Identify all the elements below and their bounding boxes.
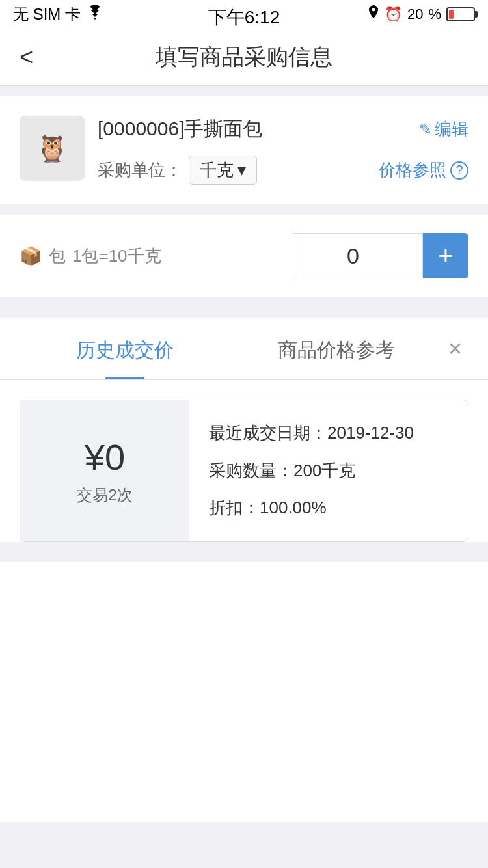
package-icon: 📦 xyxy=(20,245,42,267)
edit-icon: ✎ xyxy=(419,120,432,139)
battery-percent: 20 xyxy=(407,6,423,23)
product-name: [0000006]手撕面包 xyxy=(98,116,262,142)
product-info: [0000006]手撕面包 ✎ 编辑 采购单位： 千克 ▾ 价格参照 ? xyxy=(98,116,468,185)
product-card: 🦉 [0000006]手撕面包 ✎ 编辑 采购单位： 千克 ▾ xyxy=(0,96,488,204)
price-ref-button[interactable]: 价格参照 ? xyxy=(379,159,468,182)
purchase-qty-row: 采购数量：200千克 xyxy=(209,457,448,485)
conversion-text: 1包=10千克 xyxy=(72,245,161,267)
battery-indicator xyxy=(446,7,475,21)
history-price-card: ¥0 交易2次 最近成交日期：2019-12-30 采购数量：200千克 折扣：… xyxy=(20,400,468,542)
nav-bar: < 填写商品采购信息 xyxy=(0,29,488,86)
price-details: 最近成交日期：2019-12-30 采购数量：200千克 折扣：100.00% xyxy=(189,400,468,541)
quantity-label: 📦 包 1包=10千克 xyxy=(20,245,161,267)
status-time: 下午6:12 xyxy=(208,5,280,30)
quantity-row: 📦 包 1包=10千克 + xyxy=(0,215,488,297)
tab-history-price[interactable]: 历史成交价 xyxy=(20,318,230,379)
carrier-text: 无 SIM 卡 xyxy=(13,4,81,25)
price-summary: ¥0 交易2次 xyxy=(20,400,189,541)
yen-symbol: ¥ xyxy=(85,437,105,478)
price-value: ¥0 xyxy=(85,436,125,478)
status-left: 无 SIM 卡 xyxy=(13,4,104,25)
divider2 xyxy=(0,297,488,307)
quantity-input[interactable] xyxy=(293,233,423,278)
back-button[interactable]: < xyxy=(20,44,33,71)
alarm-icon: ⏰ xyxy=(385,6,402,23)
tabs-header: 历史成交价 商品价格参考 × xyxy=(0,318,488,380)
product-thumbnail-icon: 🦉 xyxy=(36,133,68,164)
plus-button[interactable]: + xyxy=(423,233,468,278)
wifi-icon xyxy=(86,5,104,23)
status-right: ⏰ 20 % xyxy=(368,5,475,23)
dropdown-icon: ▾ xyxy=(237,160,246,180)
status-bar: 无 SIM 卡 下午6:12 ⏰ 20 % xyxy=(0,0,488,29)
content-background xyxy=(0,562,488,822)
product-image: 🦉 xyxy=(20,116,85,181)
unit-select[interactable]: 千克 ▾ xyxy=(189,156,257,185)
transaction-count: 交易2次 xyxy=(77,485,132,506)
divider xyxy=(0,204,488,215)
close-panel-button[interactable]: × xyxy=(442,322,468,375)
tab-product-price-ref[interactable]: 商品价格参考 xyxy=(230,318,441,379)
package-label: 包 xyxy=(49,245,66,267)
location-icon xyxy=(368,5,379,23)
discount-row: 折扣：100.00% xyxy=(209,495,448,522)
page-title: 填写商品采购信息 xyxy=(156,42,332,72)
latest-date-row: 最近成交日期：2019-12-30 xyxy=(209,420,448,447)
quantity-input-row: + xyxy=(293,233,468,278)
question-icon: ? xyxy=(450,161,468,180)
tabs-panel: 历史成交价 商品价格参考 × ¥0 交易2次 最近成交日期：2019-12-30… xyxy=(0,318,488,542)
unit-label: 采购单位： 千克 ▾ xyxy=(98,156,257,185)
edit-button[interactable]: ✎ 编辑 xyxy=(419,118,468,141)
